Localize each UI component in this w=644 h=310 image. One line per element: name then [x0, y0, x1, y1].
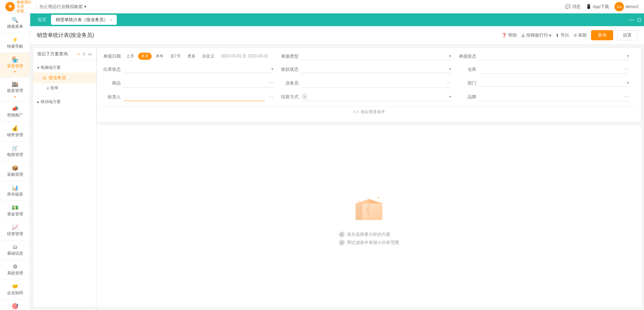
- tab-home[interactable]: 首页: [33, 15, 51, 25]
- warehouse-label: 仓库: [458, 66, 476, 72]
- query-button[interactable]: 查询: [591, 30, 613, 40]
- sidebar-item-label-operation: 经营管理: [1, 231, 29, 237]
- date-btn-this-year[interactable]: 本年: [153, 53, 166, 60]
- goods-label: 商品: [102, 80, 121, 86]
- date-btn-last-month[interactable]: 上月: [123, 53, 137, 60]
- order-scheme-icon: ≡: [47, 86, 49, 91]
- sidebar-item-system[interactable]: ⚙ 系统管理: [0, 260, 30, 280]
- content-area: 首页 销货单统计表（按业务员） × — ⊡ 销货单统计表(按业务员) ❓ 帮助 …: [30, 13, 644, 310]
- tab-close-icon[interactable]: ×: [110, 18, 112, 22]
- group-desktop[interactable]: ▾ 电脑端方案: [33, 63, 96, 72]
- date-btn-this-month[interactable]: 本月: [138, 53, 152, 60]
- sidebar-item-basic[interactable]: 🗂 基础信息: [0, 241, 30, 260]
- app-selector[interactable]: 办公用品行业模拟账套 ▾: [39, 4, 87, 10]
- receiver-input[interactable]: [123, 93, 265, 101]
- filter-dept: 部门 ▾: [458, 79, 636, 87]
- sidebar-item-label-inventory: 库存核算: [1, 192, 29, 197]
- hint-text-1: 请先选择要分析的方案: [347, 231, 390, 238]
- out-status-chevron: ▾: [271, 67, 273, 71]
- filter-receiver: 收货人 ···: [102, 93, 280, 101]
- collapse-panel-icon[interactable]: ≪: [88, 52, 92, 57]
- item-by-order[interactable]: ≡ 按单: [33, 83, 96, 93]
- filter-goods: 商品 ···: [102, 79, 280, 88]
- hint-num-2: ②: [339, 240, 345, 246]
- empty-hints: ① 请先选择要分析的方案 ② 用过滤条件来缩小分析范围: [339, 231, 399, 248]
- sidebar-item-sales[interactable]: 💰 销售管理: [0, 122, 30, 142]
- warehouse-select[interactable]: ···: [479, 65, 629, 74]
- tab-sales-report-label: 销货单统计表（按业务员）: [56, 17, 108, 23]
- svg-point-4: [358, 200, 360, 202]
- filter-row-1: 单据日期 上月 本月 本年 近7天 更多 自定义 2023-03-01 至 20…: [102, 52, 636, 60]
- refresh-icon: ↺: [573, 33, 577, 38]
- tab-minimize-icon[interactable]: —: [629, 17, 634, 23]
- sidebar-item-search[interactable]: 🔍 搜索菜单: [0, 13, 30, 33]
- help-btn[interactable]: ❓ 帮助: [501, 32, 517, 38]
- collapse-label: 收起更多条件: [361, 109, 385, 114]
- out-status-select[interactable]: ▾: [123, 65, 273, 73]
- export-btn[interactable]: ⬆ 导出: [555, 32, 569, 38]
- sidebar-item-label-basic: 基础信息: [1, 251, 29, 256]
- svg-point-3: [377, 197, 379, 199]
- settings-button[interactable]: 设置: [617, 30, 637, 40]
- left-panel-section-desktop: ▾ 电脑端方案 ⊙ 按业务员 ≡ 按单: [33, 61, 96, 95]
- filter-warehouse: 仓库 ···: [458, 65, 636, 74]
- staff-label: 业务员: [280, 80, 299, 86]
- app-download-btn[interactable]: 📱 App下载: [586, 4, 609, 10]
- status-select[interactable]: ▾: [479, 52, 629, 60]
- dept-label: 部门: [458, 80, 476, 86]
- date-btn-more[interactable]: 更多: [185, 53, 198, 60]
- tab-sales-report[interactable]: 销货单统计表（按业务员） ×: [51, 15, 117, 25]
- goods-select[interactable]: ···: [123, 79, 273, 88]
- tab-maximize-icon[interactable]: ⊡: [637, 17, 641, 23]
- sidebar-item-retail[interactable]: 🏪 零售管理 ▾: [0, 53, 30, 78]
- empty-icon: ?: [349, 185, 389, 226]
- filter-row-2: 出库状态 ▾ 收款状态 ▾: [102, 65, 636, 74]
- ecommerce-icon: 🛒: [1, 145, 29, 151]
- sidebar-item-ecommerce[interactable]: 🛒 电商管理: [0, 142, 30, 161]
- sidebar-item-wholesale[interactable]: 🏬 批发管理 ▴: [0, 78, 30, 102]
- group-mobile[interactable]: ▸ 移动端方案: [33, 97, 96, 107]
- type-label: 单据类型: [280, 53, 299, 59]
- item-by-staff[interactable]: ⊙ 按业务员: [33, 72, 96, 83]
- message-label: 消息: [572, 4, 581, 10]
- sidebar-item-enterprise[interactable]: 🤝 企业协同: [0, 280, 30, 300]
- date-filter: 上月 本月 本年 近7天 更多 自定义 2023-03-01 至 2023-03…: [123, 53, 268, 60]
- receiver-dots: ···: [269, 94, 273, 100]
- sidebar-item-quicknav[interactable]: ⚡ 快捷导航: [0, 33, 30, 53]
- sidebar-item-purchase[interactable]: 📦 采购管理: [0, 161, 30, 181]
- dept-select[interactable]: ▾: [479, 79, 629, 87]
- collect-status-select[interactable]: ▾: [301, 65, 451, 73]
- right-content: 单据日期 上月 本月 本年 近7天 更多 自定义 2023-03-01 至 20…: [97, 45, 644, 310]
- user-btn[interactable]: Ea demo2: [614, 2, 639, 11]
- top-bar: 畅 畅捷通好生意 标版 办公用品行业模拟账套 ▾ 💬 消息 📱 App下载 Ea…: [0, 0, 644, 13]
- payment-tag-close[interactable]: ×: [303, 94, 306, 99]
- brand-select[interactable]: ···: [479, 92, 629, 101]
- sidebar-item-inventory[interactable]: 📊 库存核算: [0, 181, 30, 201]
- filter-status: 单据状态 ▾: [458, 52, 636, 60]
- main-body: 按以下方案查询 + ↺ ≪ ▾ 电脑端方案 ⊙ 按业务员: [30, 45, 644, 310]
- date-btn-custom[interactable]: 自定义: [200, 53, 217, 60]
- payment-select[interactable]: × ▾: [301, 92, 451, 101]
- refresh-btn[interactable]: ↺ 刷新: [573, 32, 587, 38]
- refresh-scheme-icon[interactable]: ↺: [82, 52, 86, 57]
- type-select[interactable]: ▾: [301, 52, 451, 60]
- type-chevron: ▾: [449, 54, 451, 58]
- staff-select[interactable]: ···: [301, 79, 451, 88]
- date-btn-7days[interactable]: 近7天: [168, 53, 183, 60]
- collapse-bar[interactable]: ∧∧ 收起更多条件: [102, 106, 636, 117]
- goods-dots: ···: [269, 80, 273, 86]
- sidebar-item-operation[interactable]: 📈 经营管理: [0, 221, 30, 241]
- sidebar-item-label-system: 系统管理: [1, 270, 29, 276]
- add-scheme-icon[interactable]: +: [77, 52, 80, 57]
- message-btn[interactable]: 💬 消息: [565, 4, 581, 10]
- enterprise-icon: 🤝: [1, 283, 29, 290]
- sidebar-item-finance[interactable]: 💵 资金管理: [0, 201, 30, 221]
- status-label: 单据状态: [458, 53, 476, 59]
- receiver-label: 收货人: [102, 94, 121, 100]
- hint-num-1: ①: [339, 231, 345, 238]
- print-label: 按模板打印: [526, 32, 548, 38]
- sidebar-item-marketing[interactable]: 📣 营销推广: [0, 102, 30, 122]
- sidebar-item-label-wholesale: 批发管理: [1, 88, 29, 94]
- print-btn[interactable]: 🖨 按模板打印 ▾: [521, 32, 551, 38]
- sidebar-item-newbie[interactable]: 🎯 新手引导: [0, 300, 30, 310]
